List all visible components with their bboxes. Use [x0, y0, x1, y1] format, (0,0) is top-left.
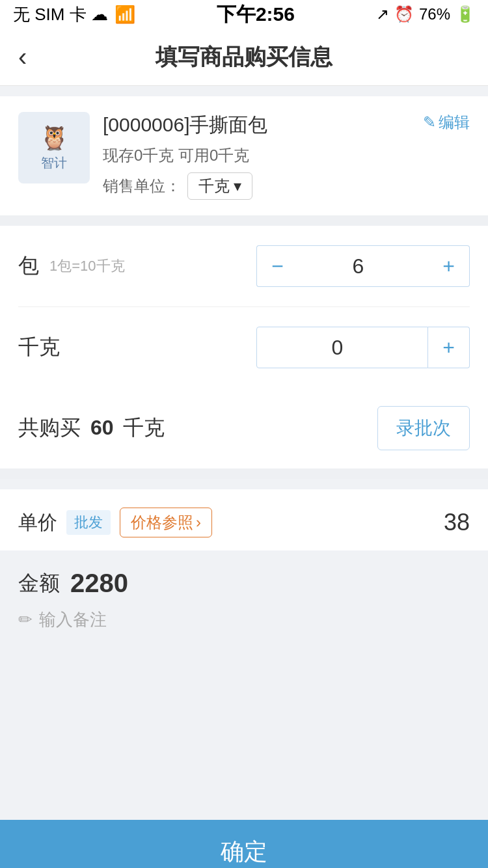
total-section: 共购买 60 千克 录批次	[0, 388, 488, 468]
empty-space	[0, 638, 488, 820]
bag-input[interactable]	[298, 245, 428, 287]
bag-label-text: 包	[18, 252, 39, 280]
product-stock: 现存0千克 可用0千克	[103, 145, 470, 166]
separator-2	[0, 468, 488, 479]
status-right: ↗ ⏰ 76% 🔋	[376, 5, 475, 23]
bag-plus-button[interactable]: +	[428, 245, 470, 287]
product-name: [0000006]手撕面包	[103, 112, 267, 139]
bag-label: 包 1包=10千克	[18, 252, 125, 280]
status-time: 下午2:56	[217, 1, 295, 28]
kg-controls: +	[256, 327, 470, 368]
bag-input-section: 包 1包=10千克 − + 千克 +	[0, 226, 488, 388]
product-info: [0000006]手撕面包 ✎ 编辑 现存0千克 可用0千克 销售单位： 千克 …	[103, 112, 470, 200]
total-prefix: 共购买	[18, 416, 81, 439]
alarm-icon: ⏰	[394, 5, 414, 23]
bag-controls: − +	[256, 245, 470, 287]
price-ref-label: 价格参照	[131, 512, 193, 533]
back-button[interactable]: ‹	[18, 42, 27, 72]
price-section: 单价 批发 价格参照 › 38	[0, 489, 488, 550]
separator-1	[0, 215, 488, 226]
total-unit: 千克	[123, 416, 165, 439]
product-logo-text: 智计	[41, 154, 67, 172]
amount-row: 金额 2280	[18, 569, 470, 598]
status-bar: 无 SIM 卡 ☁ 📶 下午2:56 ↗ ⏰ 76% 🔋	[0, 0, 488, 29]
kg-row: 千克 +	[18, 307, 470, 388]
kg-input[interactable]	[256, 327, 428, 368]
bag-sublabel: 1包=10千克	[49, 256, 125, 276]
amount-label: 金额	[18, 569, 60, 598]
product-logo-icon: 🦉	[40, 124, 69, 152]
kg-label: 千克	[18, 333, 60, 362]
edit-icon: ✎	[423, 113, 436, 131]
page-title: 填写商品购买信息	[156, 42, 332, 72]
unit-dropdown-icon: ▾	[234, 177, 241, 195]
pencil-icon: ✏	[18, 610, 33, 630]
price-ref-button[interactable]: 价格参照 ›	[120, 508, 212, 537]
total-text: 共购买 60 千克	[18, 414, 165, 442]
unit-select[interactable]: 千克 ▾	[187, 172, 252, 200]
product-unit-row: 销售单位： 千克 ▾	[103, 172, 470, 200]
unit-value: 千克	[198, 176, 230, 197]
bag-minus-button[interactable]: −	[256, 245, 298, 287]
edit-label: 编辑	[439, 112, 470, 133]
edit-button[interactable]: ✎ 编辑	[423, 112, 470, 133]
bag-row: 包 1包=10千克 − +	[18, 226, 470, 307]
status-left: 无 SIM 卡 ☁ 📶	[13, 3, 135, 26]
amount-value: 2280	[70, 569, 128, 598]
kg-plus-button[interactable]: +	[428, 327, 470, 368]
price-value: 38	[444, 509, 470, 536]
sim-label: 无 SIM 卡 ☁	[13, 3, 108, 26]
unit-label: 销售单位：	[103, 176, 181, 197]
price-tag: 批发	[66, 510, 111, 535]
battery-icon: 🔋	[455, 5, 475, 23]
batch-button[interactable]: 录批次	[377, 406, 470, 450]
note-placeholder: 输入备注	[39, 608, 107, 631]
note-row[interactable]: ✏ 输入备注	[18, 608, 470, 631]
total-amount: 60	[90, 416, 114, 439]
battery-label: 76%	[419, 5, 450, 23]
product-card: 🦉 智计 [0000006]手撕面包 ✎ 编辑 现存0千克 可用0千克 销售单位…	[0, 96, 488, 215]
price-ref-icon: ›	[196, 513, 201, 532]
location-icon: ↗	[376, 5, 389, 23]
product-image: 🦉 智计	[18, 112, 90, 183]
price-left: 单价 批发 价格参照 ›	[18, 508, 212, 537]
confirm-button[interactable]: 确定	[0, 820, 488, 868]
price-label: 单价	[18, 509, 57, 536]
wifi-icon: 📶	[115, 5, 135, 25]
amount-section: 金额 2280 ✏ 输入备注	[0, 550, 488, 638]
nav-bar: ‹ 填写商品购买信息	[0, 29, 488, 86]
